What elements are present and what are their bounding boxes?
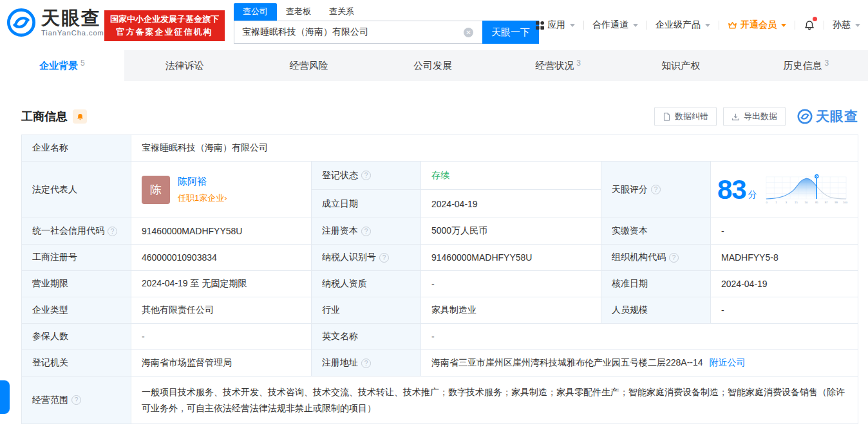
chevron-down-icon [705,24,710,27]
help-icon[interactable]: ? [669,253,679,263]
search-tab-boss[interactable]: 查老板 [277,3,320,21]
tab-intellectual-property[interactable]: 知识产权 [620,50,744,81]
reg-address-value: 海南省三亚市崖州区崖州湾科技城雅布伦产业园五号楼二层228A--14 [431,357,703,369]
legal-rep-avatar[interactable]: 陈 [142,176,170,204]
score-unit: 分 [748,189,757,201]
search-area: 查公司 查老板 查关系 ✕ 天眼一下 [234,3,539,44]
business-info-header: 工商信息 数据纠错 导出数据 [21,107,858,126]
establish-date-value: 2024-04-19 [421,190,601,218]
tab-company-development[interactable]: 公司发展 [372,50,496,81]
org-code-value: MADHFYY5-8 [711,245,858,270]
notifications-bell[interactable] [804,19,815,31]
company-type-value: 其他有限责任公司 [131,297,312,323]
tab-history-info[interactable]: 历史信息3 [744,50,868,81]
row-reg-number: 工商注册号 460000010903834 纳税人识别号 ? 91460000M… [22,245,858,271]
taxpayer-id-value: 91460000MADHFYY58U [421,245,601,270]
row-legal-representative: 法定代表人 陈 陈阿裕 任职1家企业› 登记状态 ? [22,162,858,218]
tianyancha-logo[interactable]: 天眼查 TianYanCha.com [6,8,104,37]
tianyancha-swirl-icon [797,109,813,124]
svg-text:99: 99 [835,200,838,203]
divider [824,21,824,30]
field-label: 登记状态 [322,170,358,181]
nav-apps[interactable]: 应用 [536,19,575,31]
field-label: 登记机关 [22,350,131,376]
subscribe-bell-button[interactable] [73,109,87,124]
tab-operating-status[interactable]: 经营状况3 [496,50,620,81]
help-icon[interactable]: ? [108,227,117,236]
chevron-down-icon [781,24,786,27]
badge-line2: 官方备案企业征信机构 [110,26,219,39]
divider [795,21,795,30]
arrow-right-icon: › [224,193,227,203]
field-label: 纳税人资质 [312,271,421,297]
field-label: 工商注册号 [22,245,131,270]
field-label: 注册地址 [322,357,358,369]
side-float-widget[interactable] [0,380,10,414]
search-input[interactable] [234,21,482,44]
export-data-button[interactable]: 导出数据 [723,107,786,126]
business-info-table: 企业名称 宝褓睡眠科技（海南）有限公司 法定代表人 陈 陈阿裕 任职1家企业› [21,135,858,424]
apps-grid-icon [536,21,544,30]
tab-operational-risk[interactable]: 经营风险 [248,50,372,81]
watermark-logo: 天眼查 [797,107,858,126]
field-label: 天眼评分 [612,184,648,196]
help-icon[interactable]: ? [361,227,371,236]
row-reg-authority: 登记机关 海南省市场监督管理局 注册地址 ? 海南省三亚市崖州区崖州湾科技城雅布… [22,350,858,377]
search-button[interactable]: 天眼一下 [482,21,539,44]
nav-user[interactable]: 孙慈 [833,19,860,31]
notification-dot [813,17,817,21]
row-establish-date: 成立日期 2024-04-19 [312,190,601,218]
tab-company-background[interactable]: 企业背景5 [0,50,124,81]
badge-line1: 国家中小企业发展子基金旗下 [110,13,219,26]
field-label: 英文名称 [312,324,421,349]
tianyancha-swirl-icon [6,8,36,37]
brand-domain: TianYanCha.com [41,29,104,37]
legal-rep-companies-link[interactable]: 任职1家企业› [178,192,227,204]
credit-code-value: 91460000MADHFYY58U [131,218,312,244]
field-label: 行业 [312,297,421,323]
brand-name: 天眼查 [41,9,104,28]
field-label: 人员规模 [601,297,711,323]
row-insured-count: 参保人数 - 英文名称 - [22,324,858,350]
svg-text:0: 0 [766,200,768,203]
nav-enterprise[interactable]: 企业级产品 [656,19,710,31]
reg-number-value: 460000010903834 [131,245,312,270]
nav-vip[interactable]: 开通会员 [728,19,786,31]
field-label: 核准日期 [601,271,711,297]
top-nav: 应用 合作通道 企业级产品 开通会员 孙慈 [536,19,860,31]
download-icon [731,113,740,121]
nearby-companies-link[interactable]: 附近公司 [710,357,746,369]
reg-status-value: 存续 [421,162,601,189]
document-icon [663,113,671,121]
legal-rep-name-link[interactable]: 陈阿裕 [178,176,227,188]
help-icon[interactable]: ? [651,185,661,194]
field-label: 注册资本 [322,225,358,237]
svg-text:50: 50 [804,200,807,203]
nav-partner[interactable]: 合作通道 [592,19,638,31]
clear-icon[interactable]: ✕ [464,28,473,37]
paid-capital-value: - [711,218,858,244]
help-icon[interactable]: ? [361,358,371,368]
field-label: 营业期限 [22,271,131,297]
tab-legal-litigation[interactable]: 法律诉讼 [124,50,249,81]
insured-count-value: - [131,324,312,349]
row-credit-code: 统一社会信用代码 ? 91460000MADHFYY58U 注册资本 ? 500… [22,218,858,245]
business-term-value: 2024-04-19 至 无固定期限 [131,271,312,297]
row-business-scope: 经营范围 ? 一般项目技术服务、技术开发、技术咨询、技术交流、技术转让、技术推广… [22,377,858,423]
search-tab-relation[interactable]: 查关系 [320,3,363,21]
row-reg-status: 登记状态 ? 存续 [312,162,601,190]
divider [646,21,647,30]
field-label: 参保人数 [22,324,131,349]
help-icon[interactable]: ? [379,253,389,263]
search-tab-company[interactable]: 查公司 [234,3,277,21]
field-label: 实缴资本 [601,218,711,244]
username: 孙慈 [833,19,851,31]
approval-date-value: 2024-04-19 [711,271,858,297]
field-label: 成立日期 [312,190,421,218]
help-icon[interactable]: ? [361,171,371,180]
help-icon[interactable]: ? [71,395,81,405]
svg-text:100: 100 [843,200,848,203]
svg-text:15: 15 [795,200,798,203]
data-correction-button[interactable]: 数据纠错 [654,107,717,126]
score-distribution-chart: 0 1 3 15 50 85 97 99 100 [764,170,849,210]
